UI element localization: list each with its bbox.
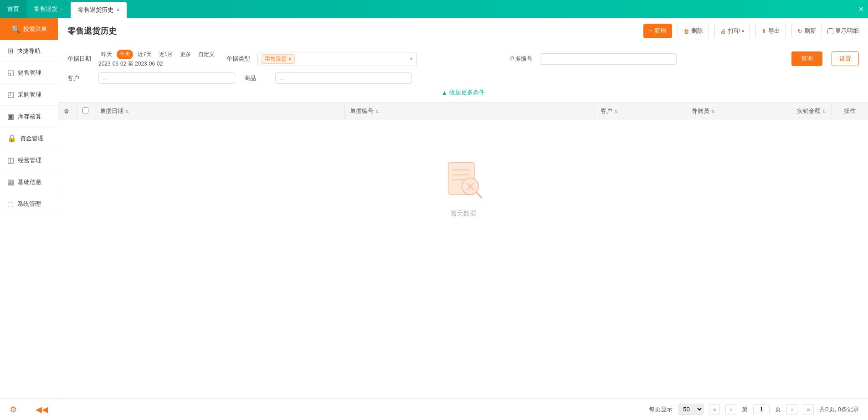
type-chip-close[interactable]: × (288, 56, 291, 61)
window-close-button[interactable]: × (854, 2, 868, 16)
prev-page-icon: ‹ (730, 406, 732, 413)
customer-filter-group: 客户 (67, 72, 235, 84)
table-area: ⚙ 单据日期 ⇅ 单据编号 (58, 102, 868, 398)
sidebar-item-label: 资金管理 (20, 134, 44, 143)
customer-filter-label: 客户 (67, 74, 95, 82)
tab-home[interactable]: 首页 (0, 0, 26, 18)
sort-amount-icon: ⇅ (822, 109, 826, 114)
page-size-select[interactable]: 50 100 200 (678, 404, 704, 415)
top-bar: 首页 零售退货 × 零售退货历史 × × (0, 0, 868, 18)
total-label: 共0页, 0条记录 (819, 405, 859, 414)
print-icon: 🖨 (720, 28, 726, 35)
next-page-button[interactable]: › (786, 404, 797, 415)
delete-button[interactable]: 🗑 删除 (678, 24, 709, 38)
print-button[interactable]: 🖨 打印 ▾ (714, 24, 750, 38)
refresh-button[interactable]: ↻ 刷新 (791, 24, 822, 38)
display-detail-checkbox[interactable]: 显示明细 (827, 27, 859, 35)
sidebar-search-label: 搜索菜单 (23, 25, 47, 33)
number-filter-label: 单据编号 (509, 55, 536, 63)
sidebar-item-system[interactable]: ◌ 系统管理 (0, 193, 58, 215)
date-btn-yesterday[interactable]: 昨天 (98, 50, 115, 59)
tab-retail-return-label: 零售退货 (34, 5, 57, 13)
delete-icon: 🗑 (683, 28, 689, 35)
tab-retail-return-close[interactable]: × (60, 6, 63, 12)
sidebar-item-label: 基础信息 (18, 178, 41, 186)
date-btn-custom[interactable]: 自定义 (195, 50, 217, 59)
last-page-icon: » (807, 406, 810, 413)
sidebar-item-finance[interactable]: 🔒 资金管理 (0, 128, 58, 149)
th-amount[interactable]: 实销金额 ⇅ (777, 102, 832, 120)
th-checkbox (77, 102, 94, 120)
sidebar-item-label: 库存核算 (18, 113, 41, 121)
th-number[interactable]: 单据编号 ⇅ (344, 102, 595, 120)
tab-retail-return[interactable]: 零售退货 × (26, 0, 71, 18)
th-action: 操作 (832, 102, 868, 120)
prev-page-button[interactable]: ‹ (725, 404, 736, 415)
empty-state-cell: 暂无数据 (58, 120, 868, 255)
sidebar-item-inventory[interactable]: ▣ 库存核算 (0, 106, 58, 128)
tab-home-label: 首页 (7, 5, 19, 13)
goods-filter-input[interactable] (275, 72, 412, 84)
empty-state: 暂无数据 (58, 120, 868, 254)
sidebar-item-quick-nav[interactable]: ⊞ 快捷导航 (0, 40, 58, 62)
date-filter-label: 单据日期 (67, 55, 95, 63)
tab-retail-return-history[interactable]: 零售退货历史 × (71, 2, 127, 18)
number-filter-input[interactable] (540, 53, 677, 65)
sidebar-item-label: 销售管理 (18, 69, 41, 77)
filter-row-2: 客户 商品 (67, 72, 859, 84)
collapse-button[interactable]: ▲ 收起更多条件 (442, 88, 485, 97)
svg-line-5 (476, 192, 482, 198)
th-settings[interactable]: ⚙ (58, 102, 77, 120)
first-page-button[interactable]: « (709, 404, 720, 415)
sidebar-item-sales[interactable]: ◱ 销售管理 (0, 62, 58, 84)
filter-row-1: 单据日期 昨天 今天 近7天 近1月 更多 自定义 2023-06-02 至 2… (67, 50, 859, 68)
sidebar-item-purchase[interactable]: ◰ 采购管理 (0, 84, 58, 106)
query-button[interactable]: 查询 (791, 51, 822, 66)
export-button[interactable]: ⬆ 导出 (755, 24, 786, 38)
page-number-input[interactable] (753, 405, 770, 414)
type-filter-label: 单据类型 (226, 55, 254, 63)
next-page-icon: › (791, 406, 793, 413)
empty-text: 暂无数据 (451, 210, 476, 218)
sidebar-item-label: 采购管理 (18, 91, 41, 99)
settings-icon[interactable]: ⚙ (64, 108, 69, 115)
sort-guide-icon: ⇅ (711, 109, 715, 114)
date-btn-more[interactable]: 更多 (177, 50, 194, 59)
settings-footer-icon[interactable]: ⚙ (10, 405, 17, 415)
customer-filter-input[interactable] (98, 72, 235, 84)
sidebar-search[interactable]: 🔍 搜索菜单 (0, 18, 58, 40)
sort-date-icon: ⇅ (125, 109, 129, 114)
type-select[interactable]: 零售退货 × ▾ (257, 52, 417, 66)
basic-info-icon: ▦ (7, 178, 14, 186)
date-btn-1month[interactable]: 近1月 (156, 50, 176, 59)
sidebar-item-basic-info[interactable]: ▦ 基础信息 (0, 171, 58, 193)
type-select-chevron: ▾ (410, 56, 413, 62)
date-btn-today[interactable]: 今天 (117, 50, 133, 59)
system-icon: ◌ (7, 200, 14, 208)
header-actions: + 新增 🗑 删除 🖨 打印 ▾ ⬆ 导出 ↻ 刷新 (643, 24, 859, 38)
sales-icon: ◱ (7, 68, 14, 77)
filter-area: 单据日期 昨天 今天 近7天 近1月 更多 自定义 2023-06-02 至 2… (58, 44, 868, 102)
table-body: 暂无数据 (58, 120, 868, 255)
display-detail-input[interactable] (827, 28, 833, 34)
search-icon: 🔍 (11, 25, 21, 34)
goods-filter-group: 商品 (244, 72, 412, 84)
date-filter-buttons: 昨天 今天 近7天 近1月 更多 自定义 2023-06-02 至 2023-0… (98, 50, 217, 68)
th-customer[interactable]: 客户 ⇅ (595, 102, 686, 120)
last-page-button[interactable]: » (803, 404, 814, 415)
table-header-row: ⚙ 单据日期 ⇅ 单据编号 (58, 102, 868, 120)
tab-retail-return-history-close[interactable]: × (116, 7, 119, 13)
new-button[interactable]: + 新增 (643, 24, 672, 38)
th-guide[interactable]: 导购员 ⇅ (686, 102, 777, 120)
sidebar-item-operations[interactable]: ◫ 经营管理 (0, 149, 58, 171)
export-icon: ⬆ (761, 28, 766, 35)
sidebar-item-label: 系统管理 (17, 200, 41, 208)
volume-footer-icon[interactable]: ◀◀ (36, 405, 48, 415)
select-all-checkbox[interactable] (82, 108, 88, 113)
th-date[interactable]: 单据日期 ⇅ (94, 102, 344, 120)
page-header: 零售退货历史 + 新增 🗑 删除 🖨 打印 ▾ ⬆ 导出 ↻ (58, 18, 868, 44)
sidebar-footer: ⚙ ◀◀ (0, 398, 58, 420)
setting-button[interactable]: 设置 (832, 51, 859, 66)
sort-number-icon: ⇅ (375, 109, 379, 114)
date-btn-7days[interactable]: 近7天 (135, 50, 154, 59)
